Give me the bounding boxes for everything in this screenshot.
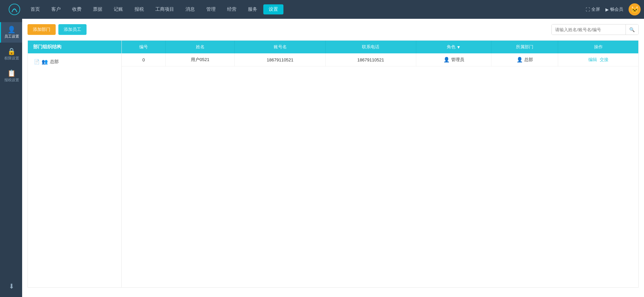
col-account: 账号名	[235, 41, 325, 53]
col-dept: 所属部门	[491, 41, 558, 53]
dept-tree-item-label: 总部	[50, 59, 59, 65]
fullscreen-icon: ⛶	[586, 7, 590, 12]
nav-item-收费[interactable]: 收费	[67, 4, 87, 14]
sidebar-item-employee[interactable]: 👤 员工设置	[0, 22, 22, 43]
nav-item-消息[interactable]: 消息	[180, 4, 200, 14]
cell-actions: 编辑交接	[558, 53, 638, 66]
col-name: 姓名	[165, 41, 235, 53]
nav-item-票据[interactable]: 票据	[88, 4, 108, 14]
nav-item-管理[interactable]: 管理	[201, 4, 221, 14]
add-emp-button[interactable]: 添加员工	[58, 24, 87, 35]
role-text: 管理员	[451, 57, 464, 63]
dept-tree-title: 部门组织结构	[33, 44, 61, 49]
dept-user-icon: 👤	[517, 57, 523, 63]
cell-name: 用户0521	[165, 53, 235, 66]
file-icon: 📄	[34, 59, 40, 64]
nav-item-服务[interactable]: 服务	[243, 4, 263, 14]
cell-phone: 18679110521	[325, 53, 416, 66]
download-icon: ⬇	[9, 283, 14, 290]
employee-icon: 👤	[7, 26, 16, 33]
toolbar: 添加部门 添加员工 🔍	[28, 24, 639, 35]
cell-account: 18679110521	[235, 53, 325, 66]
nav-items: 首页客户收费票据记账报税工商项目消息管理经营服务设置	[25, 4, 586, 14]
search-input[interactable]	[552, 24, 626, 35]
top-nav: 首页客户收费票据记账报税工商项目消息管理经营服务设置 ⛶ 全屏 ▶ 畅会员 🐱	[0, 0, 644, 19]
table-row: 0用户05211867911052118679110521👤管理员👤总部编辑交接	[122, 53, 638, 66]
sidebar-item-permissions-label: 权限设置	[4, 56, 19, 60]
sidebar-item-employee-label: 员工设置	[4, 34, 19, 39]
dept-tree-item-root[interactable]: 📄 👥 总部	[31, 57, 118, 67]
search-button[interactable]: 🔍	[626, 24, 638, 35]
cell-id: 0	[122, 53, 165, 66]
cell-dept: 👤总部	[491, 53, 558, 66]
nav-right: ⛶ 全屏 ▶ 畅会员 🐱	[586, 3, 641, 15]
fullscreen-label: 全屏	[591, 6, 600, 12]
nav-item-记账[interactable]: 记账	[108, 4, 128, 14]
avatar[interactable]: 🐱	[629, 3, 641, 15]
col-phone: 联系电话	[325, 41, 416, 53]
logo-icon	[8, 3, 20, 15]
vip-icon: ▶	[605, 7, 609, 12]
nav-item-工商项目[interactable]: 工商项目	[150, 4, 179, 14]
sidebar-item-permissions[interactable]: 🔒 权限设置	[0, 44, 22, 64]
col-id: 编号	[122, 41, 165, 53]
cell-role: 👤管理员	[416, 53, 491, 66]
action-交接[interactable]: 交接	[600, 57, 608, 62]
sidebar-item-tax-label: 报税设置	[4, 78, 19, 82]
dept-tree-body: 📄 👥 总部	[28, 53, 121, 70]
col-role: 角色 ▼	[416, 41, 491, 53]
add-dept-button[interactable]: 添加部门	[28, 24, 56, 35]
search-box: 🔍	[551, 24, 639, 35]
dept-tree-header: 部门组织结构	[28, 41, 121, 53]
table-header-row: 编号 姓名 账号名 联系电话	[122, 41, 638, 53]
lock-icon: 🔒	[7, 48, 16, 55]
employee-table: 编号 姓名 账号名 联系电话	[122, 41, 638, 66]
table-body: 0用户05211867911052118679110521👤管理员👤总部编辑交接	[122, 53, 638, 66]
nav-item-客户[interactable]: 客户	[46, 4, 66, 14]
nav-item-设置[interactable]: 设置	[263, 4, 283, 14]
role-user-icon: 👤	[443, 57, 450, 63]
dept-text: 总部	[524, 57, 533, 63]
logo-area	[3, 3, 25, 15]
dept-user-icon: 👥	[42, 59, 48, 65]
main-layout: 👤 员工设置 🔒 权限设置 📋 报税设置 ⬇ 添加部门 添加员工 🔍	[0, 19, 644, 297]
vip-btn[interactable]: ▶ 畅会员	[605, 6, 623, 12]
sidebar-item-tax[interactable]: 📋 报税设置	[0, 66, 22, 86]
fullscreen-btn[interactable]: ⛶ 全屏	[586, 6, 600, 12]
sidebar-bottom-btn[interactable]: ⬇	[0, 279, 22, 294]
content-area: 添加部门 添加员工 🔍 部门组织结构 📄 👥 总部	[22, 19, 644, 297]
col-actions: 操作	[558, 41, 638, 53]
vip-label: 畅会员	[610, 6, 623, 12]
search-icon: 🔍	[629, 27, 635, 32]
dept-tree: 部门组织结构 📄 👥 总部	[28, 41, 122, 287]
two-col-layout: 部门组织结构 📄 👥 总部 编号	[28, 40, 639, 288]
action-编辑[interactable]: 编辑	[588, 57, 597, 62]
nav-item-报税[interactable]: 报税	[129, 4, 149, 14]
nav-item-首页[interactable]: 首页	[25, 4, 45, 14]
sidebar: 👤 员工设置 🔒 权限设置 📋 报税设置 ⬇	[0, 19, 22, 297]
nav-item-经营[interactable]: 经营	[222, 4, 242, 14]
filter-icon[interactable]: ▼	[457, 45, 461, 50]
tax-icon: 📋	[7, 70, 16, 77]
emp-table-area: 编号 姓名 账号名 联系电话	[122, 41, 638, 287]
